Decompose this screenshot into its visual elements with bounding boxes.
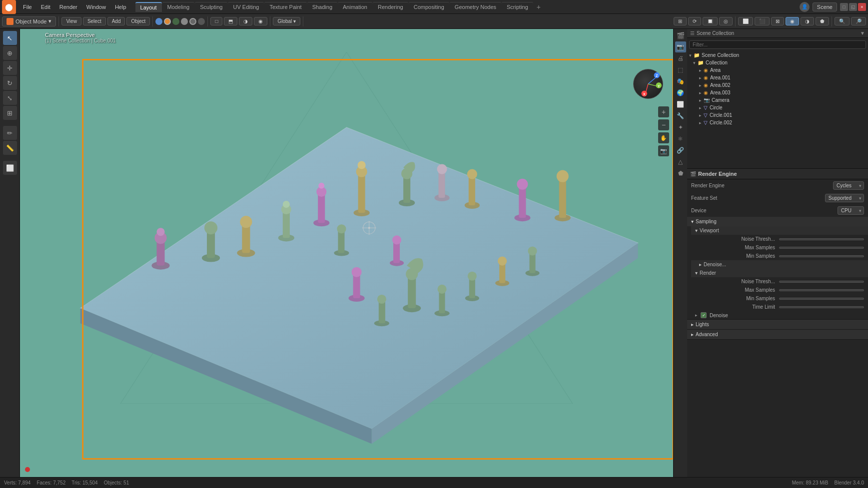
menu-edit[interactable]: Edit [37,3,54,11]
menu-help[interactable]: Help [111,3,130,11]
scene-selector[interactable]: Scene [813,2,837,11]
render-engine-dropdown[interactable]: Cycles ▾ [833,181,864,190]
rotate-tool[interactable]: ↻ [3,76,17,90]
props-physics-icon[interactable]: ⚛ [675,133,686,144]
color-dot-green[interactable] [172,18,179,25]
global-local[interactable]: Global ▾ [273,17,300,25]
props-constraints-icon[interactable]: 🔗 [675,145,686,156]
snap-btn[interactable]: 🔲 [703,17,718,25]
outliner-search[interactable] [689,40,866,49]
pan-btn[interactable]: ✋ [658,132,669,143]
outliner-collection[interactable]: ▾ 📁 Collection [687,59,868,66]
gizmo-btn[interactable]: ⟳ [688,17,701,25]
props-data-icon[interactable]: △ [675,156,686,167]
props-scene-data-icon[interactable]: 🎭 [675,76,686,87]
proportional-btn[interactable]: ◎ [719,17,733,25]
nav-sphere[interactable]: Z Y X [633,69,663,99]
feature-set-dropdown[interactable]: Supported ▾ [825,194,864,202]
viewport-buttons-right[interactable]: ⬜ [738,17,753,25]
zoom-in-btn[interactable]: + [658,106,669,117]
workspace-tab-shading[interactable]: Shading [307,2,337,11]
color-dot-orange[interactable] [164,18,171,25]
noise-thresh-viewport-value[interactable] [779,238,864,240]
window-ctrl-2[interactable]: ◱ [849,3,857,11]
wire-overlay-btn[interactable]: ⊠ [771,17,784,25]
workspace-tab-sculpting[interactable]: Sculpting [195,2,227,11]
viewport-shading-mat[interactable]: ◑ [239,17,252,25]
overlay-btn[interactable]: ⊞ [674,17,687,25]
select-tool[interactable]: ↖ [3,31,17,45]
workspace-tab-animation[interactable]: Animation [338,2,372,11]
outliner-filter-btn[interactable]: ▼ [860,30,865,36]
camera-view-btn[interactable]: 📷 [658,145,669,156]
menu-render[interactable]: Render [55,3,81,11]
props-view-layer-icon[interactable]: ⬚ [675,64,686,75]
annotate-tool[interactable]: ✏ [3,126,17,140]
color-dot-dark[interactable] [198,18,205,25]
render-view-btn[interactable]: ⬛ [755,17,770,25]
menu-file[interactable]: File [19,3,36,11]
advanced-header[interactable]: ▸ Advanced [687,330,868,339]
max-samples-viewport-value[interactable] [779,247,864,249]
rendered-preview-btn[interactable]: ⬟ [816,17,829,25]
blender-logo[interactable]: ⬤ [2,0,16,14]
material-preview-btn[interactable]: ◑ [801,17,814,25]
time-limit-value[interactable] [779,306,864,308]
workspace-tab-rendering[interactable]: Rendering [373,2,408,11]
mode-selector[interactable]: Object Mode ▾ [2,16,56,26]
denoise-viewport-header[interactable]: ▸ Denoise... [691,260,868,269]
viewport-shading-solid[interactable]: ⬒ [224,17,237,25]
noise-thresh-render-value[interactable] [779,281,864,283]
view-menu[interactable]: View [61,17,81,25]
menu-window[interactable]: Window [82,3,110,11]
props-material-icon[interactable]: ⬟ [675,168,686,179]
outliner-area-001[interactable]: ▸ ◉ Area.001 [687,74,868,81]
workspace-tab-modeling[interactable]: Modeling [162,2,195,11]
outliner-circle-001[interactable]: ▸ ▽ Circle.001 [687,111,868,119]
workspace-tab-geometry[interactable]: Geometry Nodes [450,2,501,11]
transform-tool[interactable]: ⊞ [3,106,17,120]
outliner-circle[interactable]: ▸ ▽ Circle [687,104,868,111]
props-scene-icon[interactable]: 🎬 [675,30,686,41]
device-dropdown[interactable]: CPU ▾ [838,206,864,215]
search-btn[interactable]: 🔎 [851,17,866,25]
lights-header[interactable]: ▸ Lights [687,320,868,329]
props-particles-icon[interactable]: ✦ [675,122,686,133]
add-menu[interactable]: Add [107,17,125,25]
outliner-area[interactable]: ▸ ◉ Area [687,66,868,74]
outliner-area-003[interactable]: ▸ ◉ Area.003 [687,89,868,96]
props-world-icon[interactable]: 🌍 [675,87,686,98]
color-dot-gray[interactable] [181,18,188,25]
denoise-render-row[interactable]: ▸ ✓ Denoise [691,311,868,319]
sampling-header[interactable]: ▾ Sampling [687,217,868,226]
viewport-shading-render[interactable]: ◉ [254,17,267,25]
user-avatar[interactable]: 👤 [800,2,810,12]
outliner-camera[interactable]: ▸ 📷 Camera [687,96,868,104]
min-samples-render-value[interactable] [779,298,864,300]
select-menu[interactable]: Select [83,17,106,25]
workspace-tab-compositing[interactable]: Compositing [409,2,449,11]
nav-gizmo[interactable]: Z Y X [633,69,663,99]
zoom-out-btn[interactable]: − [658,119,669,130]
move-tool[interactable]: ✛ [3,61,17,75]
color-dot-blue[interactable] [155,18,162,25]
xray-btn[interactable]: 🔍 [835,17,850,25]
color-dot-outline[interactable] [189,18,196,25]
max-samples-render-value[interactable] [779,289,864,291]
workspace-tab-scripting[interactable]: Scripting [502,2,533,11]
workspace-tab-texture[interactable]: Texture Paint [264,2,306,11]
add-workspace-button[interactable]: + [534,2,544,12]
workspace-tab-uv[interactable]: UV Editing [228,2,264,11]
denoise-render-checkbox[interactable]: ✓ [701,312,707,318]
solid-shading-active[interactable]: ◉ [786,17,799,25]
window-close[interactable]: × [858,3,866,11]
viewport-subsection-header[interactable]: ▾ Viewport [691,226,868,235]
add-cube-tool[interactable]: ⬜ [3,161,17,175]
props-modifiers-icon[interactable]: 🔧 [675,110,686,121]
props-render-icon[interactable]: 📷 [675,41,686,52]
outliner-scene-collection[interactable]: ▾ 📁 Scene Collection [687,51,868,59]
outliner-circle-002[interactable]: ▸ ▽ Circle.002 [687,119,868,126]
outliner-area-002[interactable]: ▸ ◉ Area.002 [687,81,868,89]
viewport[interactable]: Camera Perspective (1) Scene Collection … [20,29,673,477]
props-output-icon[interactable]: 🖨 [675,53,686,64]
